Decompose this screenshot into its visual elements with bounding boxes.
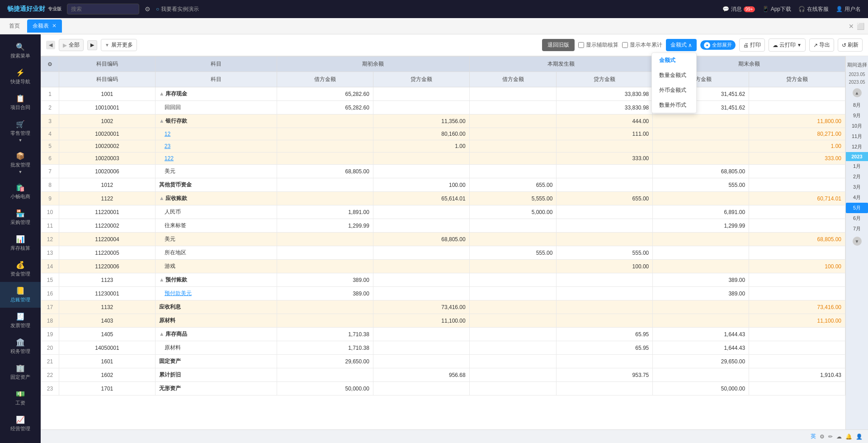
period-up-arrow[interactable]: ▲	[853, 88, 862, 97]
sidebar-item-quick-nav[interactable]: ⚡ 快捷导航	[0, 64, 41, 90]
return-old-version-button[interactable]: 退回旧版	[542, 39, 575, 51]
sidebar-item-operations[interactable]: 📈 经营管理	[0, 411, 41, 437]
th-open-debit: 借方金额	[277, 72, 373, 87]
month-3[interactable]: 3月	[846, 182, 868, 192]
expand-all-toggle[interactable]: ● 全部展开	[700, 40, 736, 50]
table-row: 14 11220006 游戏 100.00 100.00	[41, 260, 845, 273]
cell-curr-debit	[469, 368, 557, 382]
cell-close-credit: 333.00	[749, 152, 845, 165]
close-window-icon[interactable]: ✕	[849, 23, 854, 30]
period-down-arrow[interactable]: ▼	[853, 237, 862, 246]
cell-name: ▲预付账款	[155, 273, 277, 287]
maximize-icon[interactable]: ⬜	[857, 23, 864, 30]
sidebar-item-invoice[interactable]: 🧾 发票管理	[0, 308, 41, 333]
sidebar-item-finance[interactable]: 💰 资金管理	[0, 256, 41, 282]
sidebar-item-project[interactable]: 📋 项目合同	[0, 90, 41, 115]
cell-name[interactable]: 12	[155, 128, 277, 140]
online-service-button[interactable]: 🎧 在线客服	[798, 5, 829, 13]
cell-open-credit	[373, 205, 469, 219]
language-button[interactable]: 英	[811, 433, 816, 440]
mode-option-amount[interactable]: 金额式	[652, 53, 696, 68]
settings-icon[interactable]: ⚙	[145, 5, 151, 13]
cell-name: 人民币	[155, 205, 277, 219]
export-button[interactable]: ↗ 导出	[809, 38, 834, 52]
month-8[interactable]: 8月	[846, 100, 868, 110]
show-ytd-checkbox[interactable]: 显示本年累计	[622, 41, 662, 49]
cell-open-credit: 80,160.00	[373, 128, 469, 140]
user-avatar[interactable]: 👤 用户名	[836, 5, 861, 13]
expand-more-button[interactable]: ▼ 展开更多	[101, 39, 137, 51]
message-button[interactable]: 💬 消息 99+	[722, 5, 755, 13]
cell-code: 10020001	[59, 128, 156, 140]
cell-open-credit	[373, 246, 469, 260]
tab-home[interactable]: 首页	[4, 19, 25, 33]
th-settings[interactable]: ⚙	[41, 57, 59, 72]
cell-close-credit	[749, 355, 845, 368]
bottom-cloud-icon[interactable]: ☁	[836, 433, 842, 440]
month-1[interactable]: 1月	[846, 161, 868, 171]
sidebar-item-expense[interactable]: 💳 小畅报销	[0, 437, 41, 443]
tab-balance-sheet[interactable]: 余额表 ✕	[27, 19, 62, 33]
search-nav-arrow[interactable]: ▶	[87, 40, 97, 50]
month-7[interactable]: 7月	[846, 224, 868, 234]
mode-button[interactable]: 金额式 ∧	[666, 39, 697, 51]
th-code-sub: 科目编码	[59, 72, 156, 87]
month-9[interactable]: 9月	[846, 110, 868, 121]
month-6[interactable]: 6月	[846, 213, 868, 224]
month-2[interactable]: 2月	[846, 171, 868, 182]
mode-option-qty-foreign[interactable]: 数量外币式	[652, 98, 696, 113]
table-row: 3 1002 ▲银行存款 11,356.00 444.00 11,800.00	[41, 114, 845, 128]
cell-curr-credit: 100.00	[557, 260, 653, 273]
month-4[interactable]: 4月	[846, 192, 868, 203]
cell-open-debit	[277, 114, 373, 128]
tab-close-button[interactable]: ✕	[52, 23, 57, 29]
month-12[interactable]: 12月	[846, 142, 868, 152]
th-name-sub: 科目	[155, 72, 277, 87]
cell-close-credit	[749, 246, 845, 260]
sidebar-item-ecommerce[interactable]: 🛍️ 小畅电商	[0, 179, 41, 205]
top-bar: 畅捷通好业财 专业版 ⚙ ○ 我要看实例演示 💬 消息 99+ 📱 App下载 …	[0, 0, 868, 18]
cell-close-credit	[749, 341, 845, 355]
show-auxiliary-checkbox[interactable]: 显示辅助核算	[578, 41, 618, 49]
sidebar-item-retail[interactable]: 🛒 零售管理 ▼	[0, 115, 41, 147]
bottom-edit-icon[interactable]: ✏	[828, 433, 833, 440]
cell-name[interactable]: 122	[155, 152, 277, 165]
month-10[interactable]: 10月	[846, 121, 868, 131]
sidebar-item-tax[interactable]: 🏛️ 税务管理	[0, 333, 41, 359]
expense-icon: 💳	[16, 441, 25, 443]
sidebar-item-fixed-assets[interactable]: 🏢 固定资产	[0, 359, 41, 385]
bottom-settings-icon[interactable]: ⚙	[820, 433, 825, 440]
cell-close-credit: 60,714.01	[749, 192, 845, 205]
cell-code: 10020003	[59, 152, 156, 165]
cell-num: 18	[41, 314, 59, 328]
cell-close-credit: 68,805.00	[749, 233, 845, 246]
sidebar-item-wholesale[interactable]: 📦 批发管理 ▼	[0, 147, 41, 179]
cell-name[interactable]: 23	[155, 140, 277, 152]
cell-code: 1001	[59, 87, 156, 101]
cell-name[interactable]: 预付款美元	[155, 287, 277, 300]
table-row: 19 1405 ▲库存商品 1,710.38 65.95 1,644.43	[41, 328, 845, 341]
column-settings-icon[interactable]: ⚙	[47, 61, 52, 67]
sidebar-item-salary[interactable]: 💵 工资	[0, 385, 41, 411]
cell-close-debit	[653, 114, 749, 128]
cloud-print-button[interactable]: ☁ 云打印 ▼	[769, 38, 806, 52]
app-download-button[interactable]: 📱 App下载	[762, 5, 791, 13]
ytd-checkbox-input[interactable]	[622, 42, 628, 48]
print-button[interactable]: 🖨 打印	[739, 38, 765, 52]
table-row: 4 10020001 12 80,160.00 111.00 80,271.00	[41, 128, 845, 140]
mode-option-foreign-amount[interactable]: 外币金额式	[652, 83, 696, 98]
month-11[interactable]: 11月	[846, 131, 868, 142]
top-bar-search-input[interactable]	[67, 4, 139, 14]
mode-option-qty-amount[interactable]: 数量金额式	[652, 68, 696, 83]
bottom-user-icon[interactable]: 👤	[856, 433, 863, 440]
refresh-button[interactable]: ↺ 刷新	[838, 38, 863, 52]
month-5[interactable]: 5月	[846, 203, 868, 213]
sidebar-item-ledger[interactable]: 📒 总账管理	[0, 282, 41, 308]
sidebar-item-search[interactable]: 🔍 搜索菜单	[0, 38, 41, 64]
sidebar-item-purchase[interactable]: 🏪 采购管理	[0, 205, 41, 230]
demo-link[interactable]: ○ 我要看实例演示	[156, 5, 199, 13]
sidebar-item-inventory[interactable]: 📊 库存核算	[0, 230, 41, 256]
bottom-alert-icon[interactable]: 🔔	[845, 433, 852, 440]
back-arrow-button[interactable]: ◀	[46, 41, 55, 49]
auxiliary-checkbox-input[interactable]	[578, 42, 584, 48]
